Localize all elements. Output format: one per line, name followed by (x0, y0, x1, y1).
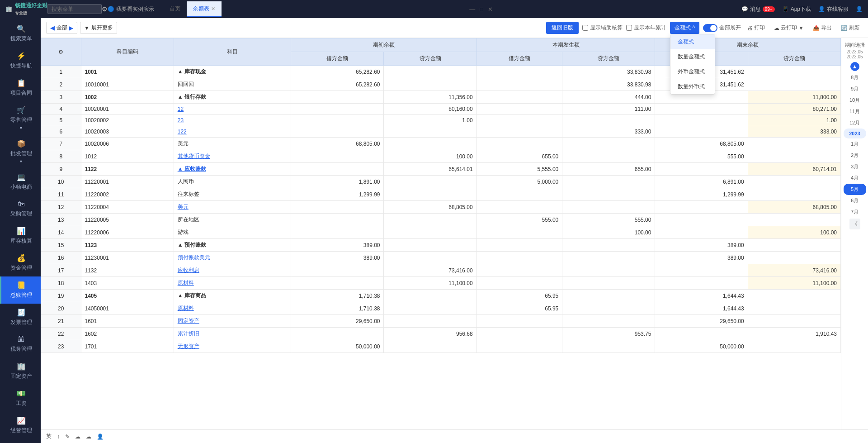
period-label: 期间选择 (845, 42, 865, 48)
sidebar-item-retail[interactable]: 🛒 零售管理 ▼ (0, 101, 41, 135)
export-button[interactable]: 📤 导出 (810, 22, 835, 33)
period-collapse-toggle[interactable]: 《 (849, 219, 860, 229)
cloud-button-2[interactable]: ☁ (86, 433, 91, 440)
period-month-11[interactable]: 11月 (844, 106, 866, 117)
period-month-9[interactable]: 9月 (844, 83, 866, 95)
opening-balance-header: 期初余额 (291, 38, 476, 52)
op-debit: 1,710.38 (291, 302, 384, 315)
cur-credit (562, 290, 655, 302)
account-name[interactable]: 122 (174, 126, 291, 138)
refresh-button[interactable]: 🔄 刷新 (838, 22, 863, 33)
account-code: 10020003 (81, 126, 174, 138)
all-button[interactable]: ◀ 全部 ▶ (46, 22, 77, 34)
period-month-1[interactable]: 1月 (844, 138, 866, 150)
sidebar-item-finance[interactable]: 💰 资金管理 (0, 249, 41, 276)
sidebar-item-inventory[interactable]: 📊 库存核算 (0, 222, 41, 249)
sidebar-item-projects[interactable]: 📋 项目合同 (0, 74, 41, 101)
sidebar-item-tax[interactable]: 🏛 税务管理 (0, 331, 41, 357)
period-month-7[interactable]: 7月 (844, 206, 866, 218)
period-start: 2023.05 (846, 49, 863, 54)
cur-credit: 333.00 (562, 126, 655, 138)
row-num: 6 (41, 126, 81, 138)
maximize-button[interactable]: □ (478, 5, 485, 13)
toggle-switch-control[interactable] (703, 24, 717, 32)
account-name[interactable]: 预付账款美元 (174, 252, 291, 264)
table-row: 10 11220001 人民币 1,891.00 5,000.00 6,891.… (41, 176, 841, 188)
period-up-arrow[interactable]: ▲ (850, 62, 859, 71)
subsidiary-checkbox-input[interactable] (582, 25, 588, 31)
app-download-button[interactable]: 📱 App下载 (782, 5, 811, 13)
account-name[interactable]: 应收利息 (174, 264, 291, 277)
chevron-down-icon: ▼ (19, 159, 23, 164)
cur-debit: 5,555.00 (476, 163, 562, 176)
sidebar-item-ledger[interactable]: 📒 总账管理 (0, 276, 41, 304)
tab-balance-sheet[interactable]: 余额表 ✕ (187, 1, 222, 17)
settings-icon[interactable]: ⚙ (102, 5, 108, 13)
user-avatar[interactable]: 👤 (856, 6, 863, 12)
sidebar-item-operations[interactable]: 📈 经营管理 (0, 412, 41, 439)
account-name[interactable]: 无形资产 (174, 340, 291, 353)
account-name[interactable]: 原材料 (174, 277, 291, 290)
format-option-foreign-amount[interactable]: 外币金额式 (670, 64, 715, 79)
sidebar-item-wholesale[interactable]: 📦 批发管理 ▼ (0, 135, 41, 168)
sidebar-item-search[interactable]: 🔍 搜索菜单 (0, 20, 41, 47)
expand-all-toggle[interactable]: 全部展开 (703, 24, 741, 32)
period-month-10[interactable]: 10月 (844, 95, 866, 106)
format-option-amount[interactable]: 金额式 (670, 34, 715, 49)
sidebar-item-invoice[interactable]: 🧾 发票管理 (0, 304, 41, 331)
period-month-2[interactable]: 2月 (844, 150, 866, 161)
account-name[interactable]: 固定资产 (174, 315, 291, 328)
sidebar-item-payroll[interactable]: 💵 工资 (0, 385, 41, 412)
period-month-4[interactable]: 4月 (844, 172, 866, 184)
period-month-12[interactable]: 12月 (844, 117, 866, 129)
settings-col-header[interactable]: ⚙ (41, 38, 81, 66)
period-month-6[interactable]: 6月 (844, 195, 866, 206)
online-service-button[interactable]: 👤 在线客服 (818, 5, 849, 13)
service-icon: 👤 (818, 6, 825, 12)
account-name[interactable]: ▲ 应收账款 (174, 163, 291, 176)
period-month-3[interactable]: 3月 (844, 161, 866, 172)
show-subsidiary-checkbox[interactable]: 显示辅助核算 (582, 24, 623, 32)
sidebar-item-assets[interactable]: 🏢 固定资产 (0, 357, 41, 385)
search-input[interactable] (47, 4, 102, 14)
account-name[interactable]: 累计折旧 (174, 328, 291, 340)
period-month-5[interactable]: 5月 (844, 184, 866, 195)
format-dropdown-button[interactable]: 金额式 ^ (670, 22, 699, 34)
period-month-8[interactable]: 8月 (844, 72, 866, 83)
sidebar-item-expense[interactable]: 🧳 小畅报销 (0, 439, 41, 443)
format-option-qty-foreign[interactable]: 数量外币式 (670, 79, 715, 94)
account-name[interactable]: 12 (174, 104, 291, 115)
expand-button[interactable]: ▼ 展开更多 (80, 22, 117, 34)
account-name[interactable]: 美元 (174, 201, 291, 214)
account-name[interactable]: 原材料 (174, 302, 291, 315)
current-debit-header: 借方金额 (476, 52, 562, 66)
close-button[interactable]: ✕ (487, 5, 494, 13)
edit-button[interactable]: ✎ (65, 433, 70, 440)
lang-button[interactable]: 英 (46, 433, 52, 440)
ytd-checkbox-input[interactable] (626, 25, 632, 31)
cloud-print-button[interactable]: ☁ 云打印 ▼ (771, 22, 807, 33)
sidebar-item-purchase[interactable]: 🛍 采购管理 (0, 195, 41, 222)
demo-link[interactable]: 🔵 我要看实例演示 (108, 5, 154, 13)
account-name[interactable]: 23 (174, 115, 291, 126)
minimize-button[interactable]: — (469, 5, 476, 13)
cloud-button-1[interactable]: ☁ (75, 433, 80, 440)
data-table: ⚙ 科目编码 科目 期初余额 本期发生额 期末余额 借方金额 贷方金额 借方金额… (41, 38, 841, 353)
format-option-qty-amount[interactable]: 数量金额式 (670, 49, 715, 64)
account-name[interactable]: 其他货币资金 (174, 150, 291, 163)
tab-home[interactable]: 首页 (163, 1, 187, 17)
tab-close-icon[interactable]: ✕ (211, 6, 215, 12)
user-button[interactable]: 👤 (97, 433, 104, 440)
row-num: 1 (41, 66, 81, 78)
scroll-top-button[interactable]: ↑ (57, 433, 60, 440)
cl-credit (748, 340, 840, 353)
show-ytd-checkbox[interactable]: 显示本年累计 (626, 24, 666, 32)
account-code: 1122 (81, 163, 174, 176)
print-button[interactable]: 🖨 打印 (745, 22, 768, 33)
sidebar-item-quicknav[interactable]: ⚡ 快捷导航 (0, 47, 41, 74)
back-old-version-button[interactable]: 返回旧版 (546, 22, 579, 34)
row-num: 19 (41, 290, 81, 302)
message-button[interactable]: 💬 消息 99+ (741, 5, 775, 13)
sidebar-item-ecommerce[interactable]: 💻 小畅电商 (0, 168, 41, 195)
cur-credit (562, 176, 655, 188)
